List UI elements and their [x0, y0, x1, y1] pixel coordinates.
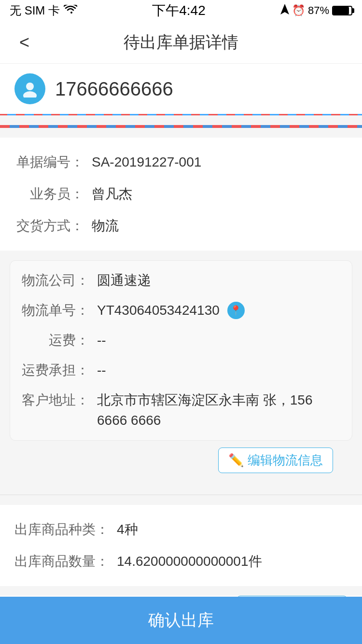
carrier-text: 无 SIM 卡	[10, 3, 60, 18]
svg-point-0	[26, 83, 34, 90]
logistics-tracking-value: YT43064053424130 📍	[97, 300, 342, 321]
freight-row: 运费： --	[20, 330, 342, 350]
logistics-tracking-row: 物流单号： YT43064053424130 📍	[20, 300, 342, 321]
battery-percent: 87%	[308, 4, 329, 17]
goods-quantity-label: 出库商品数量：	[14, 551, 117, 572]
phone-header: 17666666666	[0, 64, 362, 115]
goods-quantity-value: 14.620000000000001件	[117, 551, 348, 572]
confirm-button[interactable]: 确认出库	[148, 611, 214, 629]
status-right: ⏰ 87%	[280, 4, 352, 17]
goods-types-label: 出库商品种类：	[14, 519, 117, 540]
goods-info-section: 出库商品种类： 4种 出库商品数量： 14.620000000000001件	[0, 505, 362, 586]
location-active-icon	[280, 4, 289, 17]
salesman-row: 业务员： 曾凡杰	[14, 184, 348, 204]
logistics-company-row: 物流公司： 圆通速递	[20, 270, 342, 291]
order-no-value: SA-20191227-001	[92, 152, 348, 172]
address-label: 客户地址：	[20, 390, 97, 410]
order-no-row: 单据编号： SA-20191227-001	[14, 152, 348, 172]
freight-bearer-row: 运费承担： --	[20, 360, 342, 380]
freight-label: 运费：	[20, 330, 97, 350]
phone-number: 17666666666	[55, 78, 173, 100]
edit-btn-label: 编辑物流信息	[248, 452, 323, 469]
status-left: 无 SIM 卡	[10, 3, 77, 18]
edit-btn-wrapper: ✏️ 编辑物流信息	[0, 448, 362, 494]
logistics-company-label: 物流公司：	[20, 270, 97, 291]
logistics-card: 物流公司： 圆通速递 物流单号： YT43064053424130 📍 运费： …	[10, 260, 352, 441]
back-button[interactable]: <	[14, 28, 34, 57]
battery-icon	[332, 6, 352, 15]
freight-value: --	[97, 330, 342, 350]
status-bar: 无 SIM 卡 下午4:42 ⏰ 87%	[0, 0, 362, 21]
wifi-icon	[64, 4, 77, 17]
nav-bar: < 待出库单据详情	[0, 21, 362, 64]
order-no-label: 单据编号：	[14, 152, 92, 172]
section-divider	[0, 494, 362, 495]
freight-bearer-label: 运费承担：	[20, 360, 97, 380]
edit-icon: ✏️	[228, 453, 244, 468]
address-value: 北京市市辖区海淀区永丰南 张，156 6666 6666	[97, 390, 342, 431]
salesman-label: 业务员：	[14, 184, 92, 204]
status-time: 下午4:42	[152, 1, 206, 20]
location-pin-icon[interactable]: 📍	[227, 302, 245, 319]
salesman-value: 曾凡杰	[92, 184, 348, 204]
address-row: 客户地址： 北京市市辖区海淀区永丰南 张，156 6666 6666	[20, 390, 342, 431]
page-title: 待出库单据详情	[124, 31, 238, 54]
edit-logistics-button[interactable]: ✏️ 编辑物流信息	[218, 448, 333, 473]
goods-types-row: 出库商品种类： 4种	[14, 519, 348, 540]
dashed-divider	[0, 125, 362, 128]
delivery-value: 物流	[92, 216, 348, 236]
delivery-row: 交货方式： 物流	[14, 216, 348, 236]
logistics-company-value: 圆通速递	[97, 270, 342, 291]
alarm-icon: ⏰	[292, 4, 305, 17]
goods-types-value: 4种	[117, 519, 348, 540]
basic-info-section: 单据编号： SA-20191227-001 业务员： 曾凡杰 交货方式： 物流	[0, 138, 362, 251]
svg-point-1	[23, 91, 37, 98]
logistics-tracking-label: 物流单号：	[20, 300, 97, 321]
delivery-label: 交货方式：	[14, 216, 92, 236]
freight-bearer-value: --	[97, 360, 342, 380]
goods-quantity-row: 出库商品数量： 14.620000000000001件	[14, 551, 348, 572]
avatar	[14, 73, 45, 104]
confirm-btn-wrapper: 确认出库	[0, 597, 362, 644]
